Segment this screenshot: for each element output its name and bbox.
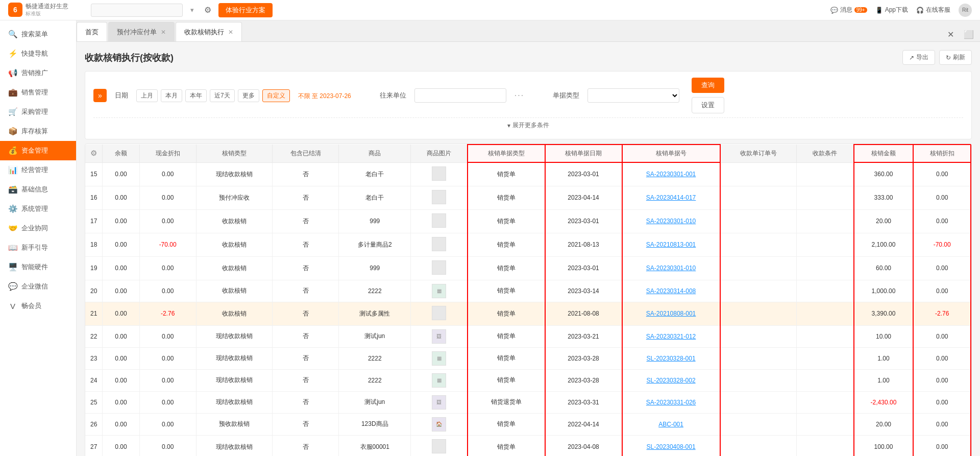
cell-cash-discount: 0.00 [139,369,196,391]
cell-bill-no[interactable]: SA-20230331-026 [622,391,720,413]
cell-goods-img[interactable]: 🖼 [411,325,468,347]
sidebar-item-collab[interactable]: 🤝 企业协同 [0,219,76,238]
sidebar-item-guide[interactable]: 📖 新手引导 [0,238,76,257]
cell-bill-no[interactable]: SA-20230301-010 [622,209,720,233]
cell-discount: 0.00 [913,391,971,413]
sidebar-item-marketing[interactable]: 📢 营销推广 [0,63,76,83]
setting-button[interactable]: 设置 [692,97,724,113]
online-service-area[interactable]: 🎧 在线客服 [916,6,950,14]
sidebar-item-hardware[interactable]: 🖥️ 智能硬件 [0,257,76,277]
operations-icon: 📊 [8,165,17,175]
sidebar-item-nav[interactable]: ⚡ 快捷导航 [0,44,76,63]
sidebar-item-operations[interactable]: 📊 经营管理 [0,160,76,180]
date-btn-7days[interactable]: 近7天 [210,89,235,102]
tab-prepayment[interactable]: 预付冲应付单 ✕ [108,22,175,41]
sidebar-item-basic[interactable]: 🗃️ 基础信息 [0,180,76,199]
solution-button[interactable]: 体验行业方案 [218,3,273,17]
cell-balance: 0.00 [103,391,139,413]
cell-settled: 否 [273,256,339,280]
sidebar-label-system: 系统管理 [21,204,48,213]
cell-receipt-no [720,435,797,456]
settings-gear-icon[interactable]: ⚙ [201,4,214,17]
counterparty-input[interactable] [414,88,506,103]
app-download-area[interactable]: 📱 App下载 [875,6,908,14]
cell-goods-img[interactable] [411,162,468,186]
tab-receipt-writeoff[interactable]: 收款核销执行 ✕ [176,22,242,41]
table-row: 25 0.00 0.00 现结收款核销 否 测试jun 🖼 销货退货单 2023… [85,391,971,413]
cell-bill-no[interactable]: SA-20230414-017 [622,186,720,209]
top-search-input[interactable] [91,4,183,17]
bill-type-select[interactable] [587,88,679,103]
cell-goods-img[interactable]: ▦ [411,280,468,302]
table-row: 16 0.00 0.00 预付冲应收 否 老白干 销货单 2023-04-14 … [85,186,971,209]
cell-goods-img[interactable]: 🖼 [411,391,468,413]
date-btn-last-month[interactable]: 上月 [136,89,158,102]
message-badge: 99+ [854,7,867,13]
cell-goods-img[interactable] [411,209,468,233]
cell-settled: 否 [273,369,339,391]
expand-conditions-button[interactable]: ▾ 展开更多条件 [93,117,963,133]
export-button[interactable]: ↗ 导出 [902,50,935,65]
cell-goods-img[interactable] [411,233,468,256]
date-btn-this-year[interactable]: 本年 [185,89,207,102]
message-area[interactable]: 💬 消息 99+ [830,6,867,14]
cell-goods-img[interactable] [411,186,468,209]
cell-goods-img[interactable]: ▦ [411,347,468,369]
cell-goods-img[interactable] [411,302,468,325]
tab-receipt-writeoff-close[interactable]: ✕ [228,29,233,36]
search-dropdown-icon[interactable]: ▾ [187,4,197,17]
cell-bill-no[interactable]: SL-20230328-001 [622,347,720,369]
sidebar-item-sales[interactable]: 💼 销售管理 [0,83,76,102]
cell-bill-no[interactable]: SA-20230301-010 [622,256,720,280]
tab-prepayment-close[interactable]: ✕ [161,29,166,36]
sidebar-item-inventory[interactable]: 📦 库存核算 [0,122,76,141]
cell-bill-no[interactable]: ABC-001 [622,413,720,435]
cell-goods-img[interactable]: ▦ [411,369,468,391]
cell-balance: 0.00 [103,347,139,369]
cell-goods-img[interactable] [411,435,468,456]
cell-bill-no[interactable]: SL-20230328-002 [622,369,720,391]
tab-expand-action[interactable]: ⬜ [962,27,976,41]
user-avatar[interactable]: Rit [959,4,972,17]
cell-receipt-cond [797,302,854,325]
cell-bill-no[interactable]: SA-20230301-001 [622,162,720,186]
cell-goods: 123D商品 [339,413,411,435]
sidebar-item-member[interactable]: V 畅会员 [0,296,76,316]
cell-type: 收款核销 [196,233,272,256]
cell-goods-img[interactable]: 🏠 [411,413,468,435]
cell-type: 现结收款核销 [196,347,272,369]
tab-close-action[interactable]: ✕ [943,27,958,41]
sidebar-label-nav: 快捷导航 [21,49,48,58]
cell-receipt-cond [797,280,854,302]
filter-toggle-button[interactable]: » [93,89,107,102]
sidebar-item-system[interactable]: ⚙️ 系统管理 [0,199,76,219]
cell-bill-no[interactable]: SL-20230408-001 [622,435,720,456]
tab-home[interactable]: 首页 [77,22,107,41]
cell-amount: 1.00 [854,369,914,391]
sidebar-item-purchase[interactable]: 🛒 采购管理 [0,102,76,122]
cell-bill-no[interactable]: SA-20210808-001 [622,302,720,325]
sidebar-label-purchase: 采购管理 [21,107,48,116]
date-btn-custom[interactable]: 自定义 [262,89,290,102]
col-goods: 商品 [339,145,411,162]
cell-bill-no[interactable]: SA-20230314-008 [622,280,720,302]
cell-bill-no[interactable]: SA-20210813-001 [622,233,720,256]
message-label: 消息 [840,6,852,14]
cell-type: 现结收款核销 [196,162,272,186]
cell-bill-type: 销货单 [468,233,545,256]
cell-receipt-no [720,369,797,391]
cell-goods-img[interactable] [411,256,468,280]
table-row: 21 0.00 -2.76 收款核销 否 测试多属性 销货单 2021-08-0… [85,302,971,325]
cell-cash-discount: 0.00 [139,280,196,302]
sidebar-item-search[interactable]: 🔍 搜索菜单 [0,25,76,44]
refresh-button[interactable]: ↻ 刷新 [939,50,972,65]
col-settings[interactable]: ⚙ [85,145,103,162]
cell-bill-no[interactable]: SA-20230321-012 [622,325,720,347]
finance-icon: 💰 [8,146,17,155]
date-btn-more[interactable]: 更多 [238,89,259,102]
date-btn-this-month[interactable]: 本月 [161,89,182,102]
query-button[interactable]: 查询 [692,78,724,93]
purchase-icon: 🛒 [8,107,17,116]
sidebar-item-wechat[interactable]: 💬 企业微信 [0,277,76,296]
sidebar-item-finance[interactable]: 💰 资金管理 [0,141,76,160]
